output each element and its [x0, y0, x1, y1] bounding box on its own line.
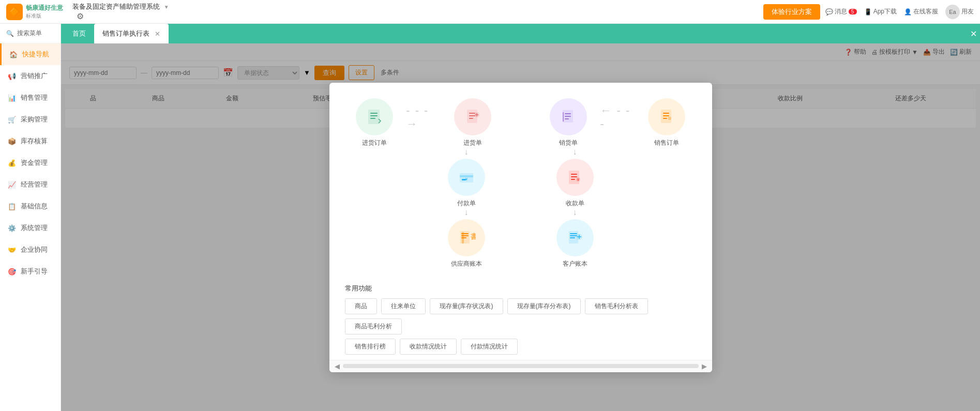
sidebar-item-inventory[interactable]: 📦 库存核算	[0, 130, 61, 152]
sidebar-item-newbie[interactable]: 🎯 新手引导	[0, 261, 61, 282]
sidebar-item-marketing[interactable]: 📢 营销推广	[0, 65, 61, 87]
sidebar-item-business[interactable]: 📈 经营管理	[0, 174, 61, 195]
sidebar-item-sales[interactable]: 📊 销售管理	[0, 87, 61, 109]
modal: 进货订单 - - - →	[329, 83, 712, 372]
node-sales-order[interactable]: 销售订单	[637, 98, 697, 147]
payment-bill-label: 付款单	[457, 199, 476, 208]
node-supplier-account[interactable]: 書 供应商账本	[433, 219, 500, 268]
scroll-row: ◀ ▶	[329, 360, 712, 372]
func-btn-sales-rank[interactable]: 销售排行榜	[345, 339, 396, 355]
modal-body: 进货订单 - - - →	[329, 83, 712, 360]
flow-row-2: ¥ 付款单	[345, 159, 697, 208]
sidebar-item-finance[interactable]: 💰 资金管理	[0, 152, 61, 174]
sidebar-item-enterprise[interactable]: 🤝 企业协同	[0, 239, 61, 261]
logo-icon: 🔶	[6, 4, 23, 20]
inventory-icon: 📦	[7, 136, 17, 146]
finance-icon: 💰	[7, 158, 17, 168]
content-area: ❓ 帮助 🖨 按模板打印 ▼ 📤 导出 🔄 刷新	[61, 43, 980, 411]
logo-text: 畅康通好生意 标准版	[26, 4, 63, 19]
common-funcs-title: 常用功能	[345, 284, 697, 293]
svg-rect-16	[663, 115, 669, 116]
sidebar-item-purchase[interactable]: 🛒 采购管理	[0, 109, 61, 130]
brand-sub: 标准版	[26, 12, 63, 19]
func-btn-sales-profit[interactable]: 销售毛利分析表	[585, 298, 648, 314]
marketing-icon: 📢	[7, 71, 17, 81]
search-menu[interactable]: 🔍 搜索菜单	[0, 24, 61, 43]
svg-rect-38	[570, 237, 575, 238]
sidebar-item-basic[interactable]: 📋 基础信息	[0, 195, 61, 217]
logo-area: 🔶 畅康通好生意 标准版	[6, 4, 67, 20]
sidebar: 🔍 搜索菜单 🏠 快捷导航 📢 营销推广 📊 销售管理 🛒 采购管理 📦 库存核…	[0, 24, 61, 411]
message-item[interactable]: 💬 消息 5	[825, 7, 857, 16]
scroll-left-icon[interactable]: ◀	[335, 362, 340, 370]
user-item[interactable]: Ea 用友	[945, 5, 974, 19]
avatar: Ea	[945, 5, 960, 19]
func-btn-payment-stats[interactable]: 付款情况统计	[461, 339, 518, 355]
svg-rect-10	[565, 113, 571, 114]
trial-button[interactable]: 体验行业方案	[763, 4, 820, 20]
sales-bill-circle	[550, 98, 587, 135]
node-receipt-bill[interactable]: ¥ 收款单	[541, 159, 609, 208]
node-sales-bill[interactable]: 销货单	[539, 98, 598, 147]
node-payment-bill[interactable]: ¥ 付款单	[433, 159, 500, 208]
online-service-item[interactable]: 👤 在线客服	[904, 7, 938, 16]
flow-row-3: 書 供应商账本	[345, 219, 697, 268]
func-btn-stock-dist[interactable]: 现存量(库存分布表)	[507, 298, 581, 314]
home-icon: 🏠	[9, 50, 18, 59]
svg-rect-15	[663, 113, 669, 114]
svg-text:¥: ¥	[577, 178, 579, 181]
newbie-icon: 🎯	[7, 267, 17, 276]
tab-bar-right[interactable]: ✕	[970, 29, 977, 39]
svg-rect-2	[370, 115, 378, 116]
layout: 🔍 搜索菜单 🏠 快捷导航 📢 营销推广 📊 销售管理 🛒 采购管理 📦 库存核…	[0, 24, 980, 411]
flow-diagram: 进货订单 - - - →	[345, 93, 697, 279]
arrow-1: - - - →	[404, 104, 443, 131]
node-customer-account[interactable]: 客户账本	[541, 219, 609, 268]
payment-bill-circle: ¥	[448, 159, 485, 196]
tab-close-icon[interactable]: ✕	[155, 30, 160, 38]
download-icon: 📱	[864, 8, 872, 16]
func-btn-goods[interactable]: 商品	[345, 298, 377, 314]
node-purchase-bill[interactable]: 进货单	[443, 98, 503, 147]
sales-bill-label: 销货单	[559, 139, 578, 147]
tab-home[interactable]: 首页	[64, 24, 94, 43]
svg-text:¥: ¥	[464, 177, 468, 181]
gear-icon[interactable]: ⚙	[77, 11, 758, 21]
purchase-order-label: 进货订单	[362, 139, 387, 147]
message-badge: 5	[849, 9, 857, 14]
search-icon: 🔍	[6, 30, 14, 37]
tab-sales-order-exec[interactable]: 销售订单执行表 ✕	[94, 24, 169, 43]
svg-rect-17	[663, 118, 667, 119]
system-dropdown-icon[interactable]: ▼	[164, 4, 169, 10]
supplier-account-circle: 書	[448, 219, 485, 256]
scroll-right-icon[interactable]: ▶	[702, 362, 707, 370]
node-purchase-order[interactable]: 进货订单	[345, 98, 404, 147]
svg-rect-0	[368, 110, 380, 124]
customer-account-label: 客户账本	[563, 260, 587, 268]
system-icon: ⚙️	[7, 223, 17, 233]
svg-rect-26	[571, 179, 575, 180]
scroll-bar[interactable]	[343, 364, 699, 368]
arrow-down-sales: ↓	[573, 147, 577, 157]
system-title: 装备及固定资产辅助管理系统 ▼ ⚙	[72, 2, 758, 21]
svg-rect-12	[565, 118, 569, 119]
func-btn-receipt-stats[interactable]: 收款情况统计	[400, 339, 457, 355]
app-download-item[interactable]: 📱 App下载	[864, 7, 897, 16]
svg-rect-5	[469, 113, 475, 114]
sidebar-item-system[interactable]: ⚙️ 系统管理	[0, 217, 61, 239]
tab-close-main-icon[interactable]: ✕	[970, 29, 977, 38]
sidebar-item-quick-nav[interactable]: 🏠 快捷导航	[0, 43, 61, 65]
func-btn-goods-profit[interactable]: 商品毛利分析	[345, 318, 402, 334]
func-buttons: 商品 往来单位 现存量(库存状况表) 现存量(库存分布表) 销售毛利分析表 商品…	[345, 298, 697, 334]
func-buttons-row2: 销售排行榜 收款情况统计 付款情况统计	[345, 339, 697, 355]
func-btn-stock-status[interactable]: 现存量(库存状况表)	[430, 298, 503, 314]
modal-overlay[interactable]: 进货订单 - - - →	[61, 43, 980, 411]
func-btn-partner[interactable]: 往来单位	[381, 298, 426, 314]
common-funcs: 常用功能 商品 往来单位 现存量(库存状况表) 现存量(库存分布表) 销售毛利分…	[345, 279, 697, 360]
flow-arrows-down-1: ↓ ↓	[345, 147, 697, 157]
arrow-2: ← - - -	[598, 104, 637, 131]
purchase-bill-label: 进货单	[463, 139, 482, 147]
svg-rect-3	[370, 118, 375, 119]
service-icon: 👤	[904, 8, 912, 16]
top-bar: 🔶 畅康通好生意 标准版 装备及固定资产辅助管理系统 ▼ ⚙ 体验行业方案 💬 …	[0, 0, 980, 24]
